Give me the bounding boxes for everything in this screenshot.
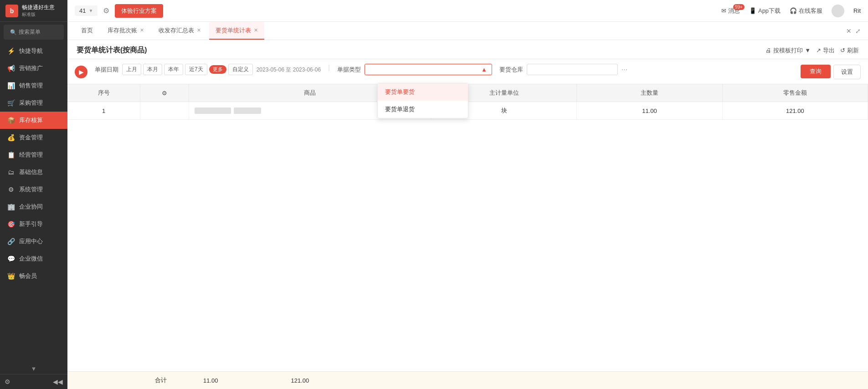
template-print-btn[interactable]: 🖨 按模板打印 ▼ xyxy=(765,46,811,55)
wechat-icon: 💬 xyxy=(6,254,15,263)
filter-expand-btn[interactable]: ▶ xyxy=(75,66,87,78)
online-service-item[interactable]: 🎧 在线客服 xyxy=(790,7,822,15)
col-settings[interactable]: ⚙ xyxy=(140,84,189,102)
tab-inventory-batch[interactable]: 库存批次账 ✕ xyxy=(101,22,150,40)
topbar-settings-icon[interactable]: ⚙ xyxy=(103,6,109,15)
settings-btn[interactable]: 设置 xyxy=(833,65,861,79)
sidebar: b 畅捷通好生意 标准版 🔍 搜索菜单 ⚡ 快捷导航 📢 营销推广 📊 销售管理… xyxy=(0,0,67,389)
warehouse-input[interactable] xyxy=(527,64,618,75)
quick-nav-icon: ⚡ xyxy=(6,46,15,56)
enterprise-icon: 🏢 xyxy=(6,202,15,211)
type-dropdown: 要货单要货 要货单退货 xyxy=(377,83,468,118)
page-title: 要货单统计表(按商品) xyxy=(77,46,147,55)
tabs-bar: 首页 库存批次账 ✕ 收发存汇总表 ✕ 要货单统计表 ✕ ✕ ⤢ xyxy=(67,22,868,40)
filter-date-btns: 上月 本月 本年 近7天 更多 自定义 xyxy=(122,64,253,75)
filter-more-btn[interactable]: ··· xyxy=(621,66,627,74)
col-qty: 主数量 xyxy=(577,84,722,102)
sidebar-items-list: ⚡ 快捷导航 📢 营销推广 📊 销售管理 🛒 采购管理 📦 库存核算 💰 资金管… xyxy=(0,42,67,363)
warehouse-label: 要货仓库 xyxy=(499,66,523,74)
purchase-icon: 🛒 xyxy=(6,98,15,107)
refresh-btn[interactable]: ↺ 刷新 xyxy=(840,46,859,55)
date-label: 单据日期 xyxy=(95,66,118,74)
tab-close-order-stats[interactable]: ✕ xyxy=(254,27,258,33)
finance-icon: 💰 xyxy=(6,133,15,142)
type-select-value xyxy=(370,66,371,73)
date-more-badge[interactable]: 更多 xyxy=(209,65,226,74)
store-name: 41 xyxy=(79,7,86,14)
app-logo-icon: b xyxy=(5,5,18,17)
sidebar-item-app-center[interactable]: 🔗 应用中心 xyxy=(0,233,67,250)
app-logo-text: 畅捷通好生意 标准版 xyxy=(22,4,55,18)
message-item[interactable]: ✉ 消息 99+ xyxy=(721,7,740,15)
date-range-text: 2023-05-06 至 2023-06-06 xyxy=(257,66,321,74)
footer-collapse-icon[interactable]: ◀◀ xyxy=(53,378,63,385)
message-icon: ✉ xyxy=(721,7,726,14)
operation-icon: 📋 xyxy=(6,150,15,159)
tab-receive-summary[interactable]: 收发存汇总表 ✕ xyxy=(152,22,207,40)
sidebar-item-guide[interactable]: 🎯 新手引导 xyxy=(0,215,67,233)
sidebar-scroll-down[interactable]: ▼ xyxy=(0,363,67,374)
date-btn-last-7days[interactable]: 近7天 xyxy=(185,64,207,75)
footer-settings-icon[interactable]: ⚙ xyxy=(5,378,10,385)
user-name-text: Rit xyxy=(853,7,861,14)
window-close-icon[interactable]: ✕ xyxy=(846,27,852,35)
filter-warehouse-group: 要货仓库 ··· xyxy=(499,64,627,75)
headset-icon: 🎧 xyxy=(790,7,797,14)
product-placeholder-1 xyxy=(195,107,231,114)
filter-type-group: 单据类型 ▲ xyxy=(337,64,492,75)
sidebar-item-enterprise[interactable]: 🏢 企业协同 xyxy=(0,198,67,215)
cell-index: 1 xyxy=(67,102,140,120)
export-btn[interactable]: ↗ 导出 xyxy=(816,46,835,55)
tab-close-receive-summary[interactable]: ✕ xyxy=(197,27,201,33)
cell-settings xyxy=(140,102,189,120)
date-btn-last-month[interactable]: 上月 xyxy=(122,64,141,75)
inventory-icon: 📦 xyxy=(6,116,15,125)
chevron-down-icon: ▼ xyxy=(31,365,37,372)
sidebar-item-purchase[interactable]: 🛒 采购管理 xyxy=(0,94,67,112)
date-btn-custom[interactable]: 自定义 xyxy=(228,64,253,75)
type-select[interactable]: ▲ xyxy=(365,64,492,75)
product-placeholder-2 xyxy=(234,107,261,114)
date-btn-this-year[interactable]: 本年 xyxy=(164,64,183,75)
dropdown-item-order-goods[interactable]: 要货单要货 xyxy=(378,83,468,101)
user-avatar[interactable] xyxy=(832,5,844,17)
sidebar-item-vip[interactable]: 👑 畅会员 xyxy=(0,267,67,285)
table-footer: 合计 11.00 121.00 xyxy=(67,371,868,389)
query-btn[interactable]: 查询 xyxy=(801,65,831,78)
sidebar-search[interactable]: 🔍 搜索菜单 xyxy=(4,25,64,40)
vip-icon: 👑 xyxy=(6,271,15,281)
app-download-item[interactable]: 📱 App下载 xyxy=(749,7,781,15)
dropdown-item-order-return[interactable]: 要货单退货 xyxy=(378,101,468,118)
sidebar-item-sales[interactable]: 📊 销售管理 xyxy=(0,77,67,94)
tab-close-inventory-batch[interactable]: ✕ xyxy=(140,27,144,33)
sidebar-item-inventory[interactable]: 📦 库存核算 xyxy=(0,112,67,129)
col-settings-icon[interactable]: ⚙ xyxy=(162,90,167,97)
type-select-arrow-icon: ▲ xyxy=(481,66,487,73)
mobile-icon: 📱 xyxy=(749,7,756,14)
tab-order-stats[interactable]: 要货单统计表 ✕ xyxy=(209,22,264,40)
sidebar-item-system[interactable]: ⚙ 系统管理 xyxy=(0,181,67,198)
app-center-icon: 🔗 xyxy=(6,237,15,246)
window-expand-icon[interactable]: ⤢ xyxy=(855,27,861,35)
sales-icon: 📊 xyxy=(6,81,15,90)
sidebar-item-finance[interactable]: 💰 资金管理 xyxy=(0,129,67,146)
message-badge: 99+ xyxy=(733,4,745,10)
industry-btn[interactable]: 体验行业方案 xyxy=(115,4,163,18)
tab-home[interactable]: 首页 xyxy=(75,22,99,40)
store-selector[interactable]: 41 ▼ xyxy=(75,5,98,16)
footer-label: 合计 xyxy=(73,376,167,384)
date-btn-this-month[interactable]: 本月 xyxy=(143,64,162,75)
store-chevron-icon: ▼ xyxy=(88,8,93,13)
sidebar-item-marketing[interactable]: 📢 营销推广 xyxy=(0,60,67,77)
print-icon: 🖨 xyxy=(765,47,771,54)
sidebar-item-wechat[interactable]: 💬 企业微信 xyxy=(0,250,67,267)
cell-amount: 121.00 xyxy=(722,102,868,120)
sidebar-item-basic[interactable]: 🗂 基础信息 xyxy=(0,164,67,181)
col-index: 序号 xyxy=(67,84,140,102)
sidebar-item-operation[interactable]: 📋 经营管理 xyxy=(0,146,67,164)
export-icon: ↗ xyxy=(816,47,821,54)
sidebar-item-quick-nav[interactable]: ⚡ 快捷导航 xyxy=(0,42,67,60)
system-icon: ⚙ xyxy=(6,185,15,194)
footer-qty: 11.00 xyxy=(167,377,255,384)
filter-bar: ▶ 单据日期 上月 本月 本年 近7天 更多 自定义 2023-05-06 至 … xyxy=(67,59,868,84)
